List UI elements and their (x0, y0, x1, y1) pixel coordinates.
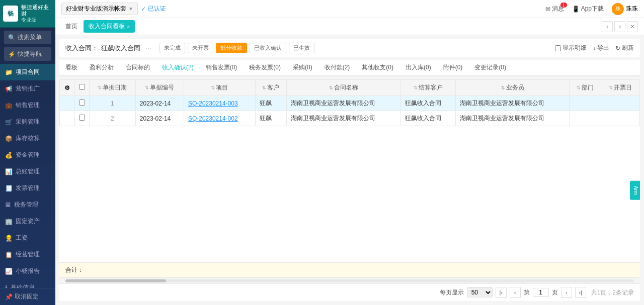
tab-label: 收入合同看板 (89, 22, 125, 31)
col-contract-header[interactable]: ⇅合同名称 (287, 80, 401, 96)
invoice-icon: 🧾 (5, 185, 13, 192)
row-1-contract: 狂飙收入合同 (400, 96, 455, 111)
tab-prev-button[interactable]: ‹ (602, 21, 613, 32)
sidebar-item-ledger[interactable]: 📊 总账管理 (0, 163, 55, 180)
sidebar-item-label: 总账管理 (16, 167, 40, 176)
status-btn-confirmed[interactable]: 已收入确认 (250, 43, 286, 53)
sidebar-search[interactable]: 🔍 搜索菜单 (0, 28, 55, 47)
sidebar-item-label: 项目合同 (16, 68, 40, 76)
tab-close-all-button[interactable]: × (627, 21, 638, 32)
scrollbar-track[interactable] (65, 279, 634, 282)
user-avatar-area[interactable]: 珠 珠珠 (612, 3, 638, 15)
sidebar-item-base[interactable]: ℹ 基础信息 (0, 279, 55, 288)
tab-change-log[interactable]: 变更记录(0) (468, 60, 512, 76)
tab-attachment[interactable]: 附件(0) (437, 60, 469, 76)
page-next-button[interactable]: › (561, 287, 572, 298)
main-content: 好业财专业版演示帐套 ▼ ✓ 已认证 ✉ 消息 1 📱 App下载 珠 珠珠 首… (55, 0, 644, 305)
row-1-code-link[interactable]: SQ-20230214-003 (188, 100, 238, 107)
row-2-code[interactable]: SQ-20230214-002 (184, 111, 255, 126)
funds-icon: 💰 (5, 152, 13, 159)
col-code-header[interactable]: ⇅单据编号 (135, 80, 184, 96)
row-2-salesman (570, 111, 601, 126)
row-1-checkbox[interactable] (75, 96, 90, 111)
search-menu-button[interactable]: 🔍 搜索菜单 (4, 31, 51, 44)
avatar: 珠 (612, 3, 624, 15)
show-detail-checkbox[interactable] (555, 45, 561, 51)
col-dept-header[interactable]: ⇅部门 (570, 80, 601, 96)
page-first-button[interactable]: |‹ (496, 287, 507, 298)
float-right-button[interactable]: Arm (630, 180, 640, 199)
tab-purchase[interactable]: 采购(0) (287, 60, 318, 76)
sidebar-item-label: 资金管理 (16, 151, 40, 159)
tab-payment[interactable]: 收付款(2) (318, 60, 356, 76)
sidebar-item-purchase[interactable]: 🛒 采购管理 (0, 114, 55, 130)
sidebar-item-inventory[interactable]: 📦 库存核算 (0, 130, 55, 147)
tab-next-button[interactable]: › (614, 21, 625, 32)
sidebar-item-label: 发票管理 (16, 184, 40, 192)
row-1-customer: 湖南卫视商业运营发展有限公司 (287, 96, 401, 111)
col-invoice-date-header[interactable]: ⇅开票日 (601, 80, 639, 96)
col-date-header[interactable]: ⇅单据日期 (90, 80, 136, 96)
row-1-num: 1 (90, 96, 136, 111)
sidebar-item-sales[interactable]: 💼 销售管理 (0, 97, 55, 114)
company-selector[interactable]: 好业财专业版演示帐套 ▼ (61, 3, 138, 15)
tab-sales-invoice[interactable]: 销售发票(0) (200, 60, 244, 76)
sidebar-item-label: 基础信息 (11, 283, 35, 288)
show-detail-checkbox-label[interactable]: 显示明细 (555, 44, 587, 52)
tab-nav-group: ‹ › × (602, 21, 638, 32)
status-btn-incomplete[interactable]: 未完成 (159, 43, 185, 53)
row-2-checkbox[interactable] (75, 111, 90, 126)
tab-subject[interactable]: 合同标的 (120, 60, 156, 76)
col-customer-header[interactable]: ⇅客户 (255, 80, 286, 96)
scrollbar-thumb[interactable] (65, 279, 166, 282)
tab-kanban[interactable]: 看板 (59, 60, 84, 76)
sidebar-bottom[interactable]: 📌 取消固定 (0, 288, 55, 305)
col-salesman-header[interactable]: ⇅业务员 (455, 80, 570, 96)
sidebar-logo: 畅 畅捷通好业财 专业版 (0, 0, 55, 28)
settings-icon[interactable]: ⚙ (64, 84, 70, 91)
page-last-button[interactable]: ›| (575, 287, 586, 298)
sidebar-item-assets[interactable]: 🏢 固定资产 (0, 213, 55, 230)
horizontal-scrollbar[interactable] (59, 277, 640, 283)
sidebar-item-funds[interactable]: 💰 资金管理 (0, 147, 55, 163)
sidebar-item-salary[interactable]: 👷 工资 (0, 230, 55, 246)
export-button[interactable]: ↓ 导出 (593, 44, 609, 52)
message-button[interactable]: ✉ 消息 1 (545, 5, 564, 13)
home-tab[interactable]: 首页 (61, 19, 82, 34)
tab-tax-invoice[interactable]: 税务发票(0) (243, 60, 287, 76)
row-2-code-link[interactable]: SQ-20230214-002 (188, 115, 238, 122)
row-1-code[interactable]: SQ-20230214-003 (184, 96, 255, 111)
sidebar-item-tax[interactable]: 🏛 税务管理 (0, 196, 55, 213)
sidebar-item-invoice[interactable]: 🧾 发票管理 (0, 180, 55, 196)
sidebar-quicknav[interactable]: ⚡ 快捷导航 (0, 47, 55, 64)
status-btn-partial[interactable]: 部分收款 (216, 43, 247, 53)
tab-other-income[interactable]: 其他收支(0) (356, 60, 399, 76)
col-checkbox[interactable] (75, 80, 90, 96)
per-page-select[interactable]: 20 50 100 (467, 287, 493, 297)
sidebar-item-mgmt[interactable]: 📋 经营管理 (0, 246, 55, 263)
tab-close-icon[interactable]: × (127, 24, 130, 30)
tab-profit[interactable]: 盈利分析 (84, 60, 120, 76)
sidebar-item-marketing[interactable]: 📢 营销推广 (0, 80, 55, 97)
col-settings[interactable]: ⚙ (60, 80, 75, 96)
active-tab[interactable]: 收入合同看板 × (84, 20, 135, 33)
page-prev-button[interactable]: ‹ (510, 287, 521, 298)
refresh-button[interactable]: ↻ 刷新 (615, 44, 634, 52)
status-btn-effective[interactable]: 已生效 (289, 43, 314, 53)
row-2-select[interactable] (79, 115, 85, 121)
contract-more-button[interactable]: ··· (143, 44, 153, 52)
app-download-button[interactable]: 📱 App下载 (572, 5, 604, 13)
sidebar-item-report[interactable]: 📈 小畅报告 (0, 263, 55, 279)
tab-revenue-confirm[interactable]: 收入确认(2) (156, 60, 200, 76)
tab-warehouse[interactable]: 出入库(0) (399, 60, 437, 76)
row-1-select[interactable] (79, 99, 85, 106)
sidebar-item-project[interactable]: 📁 项目合同 (0, 64, 55, 80)
page-input[interactable] (533, 288, 549, 297)
col-project-header[interactable]: ⇅项目 (184, 80, 255, 96)
col-settle-header[interactable]: ⇅结算客户 (400, 80, 455, 96)
select-all-checkbox[interactable] (79, 84, 85, 90)
quicknav-button[interactable]: ⚡ 快捷导航 (4, 47, 51, 61)
page-label-end: 页 (552, 288, 558, 297)
row-1-salesman (570, 96, 601, 111)
status-btn-uninvoiced[interactable]: 未开票 (188, 43, 213, 53)
